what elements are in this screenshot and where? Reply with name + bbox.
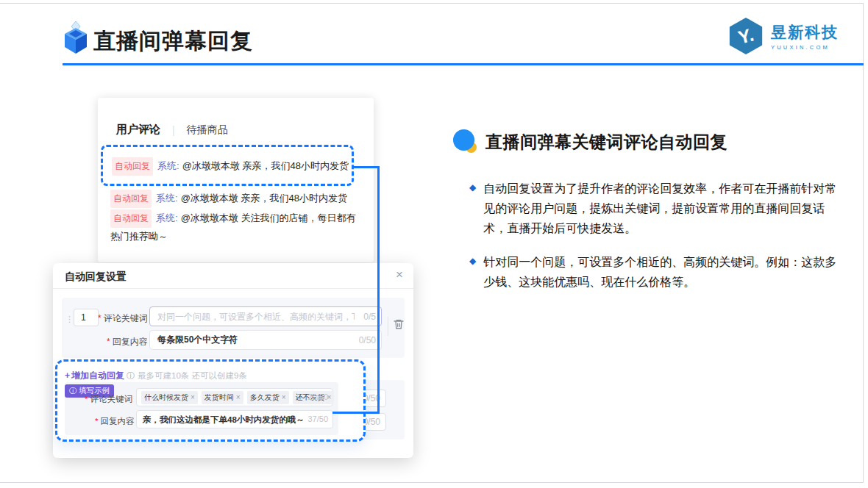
title-underline — [63, 63, 864, 65]
chip-close-icon[interactable]: × — [236, 393, 241, 401]
row-divider — [388, 317, 388, 336]
keyword-chip: 多久发货× — [247, 391, 289, 404]
feature-heading: 直播间弹幕关键词评论自动回复 — [485, 131, 728, 154]
reply-counter: 0/50 — [359, 335, 376, 345]
brand-name: 昱新科技 — [771, 22, 839, 43]
plus-icon: + — [65, 370, 70, 381]
auto-reply-message: 自动回复系统:@冰墩墩本墩 亲亲，我们48小时内发货 — [112, 157, 349, 176]
add-auto-reply-button[interactable]: 增加自动回复 — [71, 370, 124, 381]
add-auto-reply-row: +增加自动回复ⓘ最多可建10条 还可以创建9条 — [65, 370, 247, 382]
rule-order-field[interactable]: 1 — [74, 309, 99, 326]
highlighted-comment-box: 自动回复系统:@冰墩墩本墩 亲亲，我们48小时内发货 — [101, 145, 354, 186]
auto-reply-badge: 自动回复 — [112, 157, 153, 176]
cube-logo-icon — [63, 21, 89, 54]
tab-user-comments[interactable]: 用户评论 — [116, 123, 160, 137]
reply-input[interactable] — [150, 331, 381, 349]
brand-domain: YUUXIN.COM — [771, 44, 839, 51]
diamond-bullet-icon: ◆ — [469, 256, 476, 292]
chip-close-icon[interactable]: × — [282, 393, 286, 401]
message-text: @冰墩墩本墩 亲亲，我们48小时内发货 — [181, 193, 347, 204]
auto-reply-message: 自动回复系统:@冰墩墩本墩 关注我们的店铺，每日都有热门推荐呦～ — [110, 209, 357, 245]
info-icon: ⓘ — [69, 387, 77, 395]
brand-logo: Y. 昱新科技 YUUXIN.COM — [727, 16, 839, 56]
keyword-label: *评论关键词 — [98, 312, 148, 325]
bullet-text: 自动回复设置为了提升作者的评论回复效率，作者可在开播前针对常见的评论用户问题，提… — [483, 179, 844, 238]
auto-reply-badge: 自动回复 — [110, 190, 152, 208]
auto-reply-settings-dialog: 自动回复设置 × ⋮⋮ 1 *评论关键词 0/5 *回复内容 0/50 — [53, 263, 413, 458]
required-mark: * — [107, 337, 110, 347]
feature-bullet: ◆ 针对同一个问题，可设置多个相近的、高频的关键词。例如：这款多少钱、这块能优惠… — [469, 252, 846, 292]
feature-bubble-icon — [453, 129, 478, 154]
required-mark: * — [95, 417, 98, 426]
example-keyword-counter: 20/50 — [307, 392, 328, 401]
connector-line — [332, 412, 380, 414]
keyword-input[interactable] — [150, 307, 381, 326]
reply-input-wrap: 0/50 — [149, 330, 382, 350]
tab-pending-products[interactable]: 待播商品 — [187, 123, 228, 137]
window-border-right — [863, 3, 864, 483]
required-mark: * — [98, 313, 102, 323]
diamond-bullet-icon: ◆ — [469, 182, 476, 238]
window-border-bottom — [0, 482, 864, 483]
keyword-counter: 0/5 — [363, 312, 376, 322]
close-icon[interactable]: × — [396, 268, 403, 282]
auto-reply-message: 自动回复系统:@冰墩墩本墩 亲亲，我们48小时内发货 — [110, 190, 347, 208]
message-text: @冰墩墩本墩 亲亲，我们48小时内发货 — [182, 160, 349, 171]
example-reply-text: 亲，我们这边都是下单48小时内发货的哦～ — [143, 415, 305, 426]
comment-panel: 用户评论 | 待播商品 自动回复系统:@冰墩墩本墩 亲亲，我们48小时内发货 自… — [98, 98, 374, 262]
tab-divider: | — [172, 124, 175, 136]
reply-label: *回复内容 — [107, 336, 148, 348]
example-reply-input[interactable]: 亲，我们这边都是下单48小时内发货的哦～ 37/50 — [136, 410, 333, 428]
keyword-chip: 什么时候发货× — [141, 391, 198, 404]
info-icon: ⓘ — [127, 371, 135, 380]
example-keyword-input[interactable]: 什么时候发货× 发货时间× 多久发货× 还不发货× 20/50 — [136, 388, 333, 406]
example-reply-counter: 37/50 — [307, 415, 328, 423]
window-border-top — [0, 3, 864, 4]
dialog-header: 自动回复设置 × — [53, 263, 413, 289]
example-overlay: +增加自动回复ⓘ最多可建10条 还可以创建9条 ⓘ填写示例 *评论关键词 什么时… — [55, 359, 366, 442]
feature-bullet: ◆ 自动回复设置为了提升作者的评论回复效率，作者可在开播前针对常见的评论用户问题… — [469, 179, 846, 238]
brand-hexagon-icon: Y. — [727, 16, 765, 56]
example-keyword-label: *评论关键词 — [85, 394, 132, 405]
dialog-title: 自动回复设置 — [65, 270, 127, 284]
keyword-input-wrap: 0/5 — [149, 306, 382, 326]
page-title: 直播间弹幕回复 — [93, 26, 253, 57]
tab-bar: 用户评论 | 待播商品 — [116, 123, 228, 137]
reply-rule-row: ⋮⋮ 1 *评论关键词 0/5 *回复内容 0/50 — [62, 298, 405, 358]
chip-close-icon[interactable]: × — [191, 393, 195, 401]
connector-line — [377, 166, 380, 414]
auto-reply-badge: 自动回复 — [110, 209, 152, 228]
add-hint: 最多可建10条 还可以创建9条 — [138, 371, 247, 380]
bullet-text: 针对同一个问题，可设置多个相近的、高频的关键词。例如：这款多少钱、这块能优惠吗、… — [483, 252, 844, 292]
required-mark: * — [85, 395, 88, 403]
page: 直播间弹幕回复 Y. 昱新科技 YUUXIN.COM 用户评论 | 待播商品 自… — [0, 0, 868, 488]
example-reply-label: *回复内容 — [95, 416, 134, 427]
delete-icon[interactable] — [393, 318, 405, 330]
keyword-chip: 发货时间× — [202, 391, 243, 404]
connector-line — [354, 166, 380, 168]
